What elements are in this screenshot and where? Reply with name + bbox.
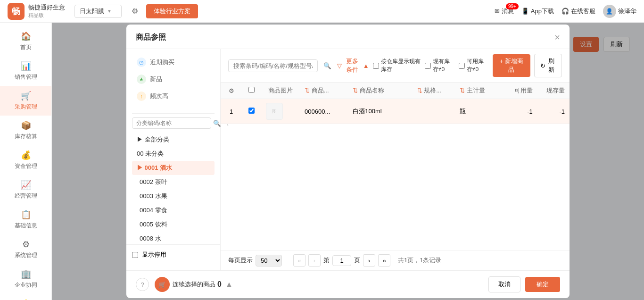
main-content: 查询 设置 刷新 商品参照 × ◷ <box>52 23 644 300</box>
page-navigation: « ‹ 第 页 › » <box>293 254 390 267</box>
help-button[interactable]: ? <box>136 278 149 291</box>
category-tea[interactable]: 0002 茶叶 <box>132 175 215 189</box>
frequent-icon: ↑ <box>137 92 146 101</box>
stock-nonzero-checkbox[interactable] <box>425 63 431 69</box>
avatar: 👤 <box>603 5 616 18</box>
category-liquor[interactable]: ▶ 0001 酒水 <box>132 161 215 175</box>
select-all-checkbox[interactable] <box>248 87 255 93</box>
purchase-icon: 🛒 <box>21 91 31 101</box>
refresh-button[interactable]: ↻ 刷新 <box>534 54 562 77</box>
product-toolbar: 🔍 ▽ 更多条件 ▲ 按仓库显示现有库存 <box>221 49 570 83</box>
show-disabled-label[interactable]: 显示停用 <box>142 250 166 259</box>
sidebar-item-purchase[interactable]: 🛒 采购管理 <box>0 86 51 116</box>
checkbox-warehouse[interactable]: 按仓库显示现有库存 <box>373 58 421 74</box>
modal-title: 商品参照 <box>136 33 166 42</box>
checkbox-stock-nonzero[interactable]: 现有库存≠0 <box>425 58 455 74</box>
row-checkbox[interactable] <box>248 108 255 114</box>
row-code: 000600... <box>300 99 348 124</box>
message-button[interactable]: ✉ 消息 99+ <box>495 7 514 16</box>
modal-left-panel: ◷ 近期购买 ★ 新品 ↑ 频次高 <box>126 49 221 270</box>
per-page-select[interactable]: 10 20 50 100 <box>256 255 282 267</box>
category-search-input[interactable] <box>132 117 211 129</box>
sidebar-item-sales[interactable]: 📊 销售管理 <box>0 56 51 86</box>
product-search-button[interactable]: 🔍 <box>322 60 333 71</box>
logo-text: 畅捷通好生意 精品版 <box>28 4 65 18</box>
sidebar-item-inventory[interactable]: 📦 库存核算 <box>0 116 51 145</box>
sort-icon-unit: ⇅ <box>460 87 465 94</box>
tab-frequent[interactable]: ↑ 频次高 <box>132 89 215 104</box>
last-page-button[interactable]: » <box>378 254 390 267</box>
col-header-check <box>242 83 261 99</box>
sidebar-item-guide[interactable]: 🌟 新手引导 <box>0 294 51 300</box>
app-download-button[interactable]: 📱 App下载 <box>521 7 554 16</box>
product-reference-modal: 商品参照 × ◷ 近期购买 ★ 新品 <box>126 25 570 298</box>
col-header-code[interactable]: ⇅ 商品... <box>300 83 348 99</box>
category-all[interactable]: ▶ 全部分类 <box>132 133 215 147</box>
first-page-button[interactable]: « <box>293 254 305 267</box>
trial-button[interactable]: 体验行业方案 <box>146 4 198 18</box>
inventory-icon: 📦 <box>21 120 31 131</box>
per-page-selector: 每页显示 10 20 50 100 <box>228 255 282 267</box>
sidebar-item-enterprise[interactable]: 🏢 企业协同 <box>0 264 51 294</box>
product-table-wrapper: ⚙ 商品图片 <box>221 83 570 250</box>
checkbox-available-nonzero[interactable]: 可用库存≠0 <box>459 58 489 74</box>
row-checkbox-cell <box>242 99 261 124</box>
tab-new-item[interactable]: ★ 新品 <box>132 72 215 87</box>
available-nonzero-checkbox[interactable] <box>459 63 465 69</box>
chevron-down-icon: ▼ <box>107 8 112 14</box>
col-header-stock: 现存量 <box>537 83 570 99</box>
next-page-button[interactable]: › <box>363 254 375 267</box>
product-search-input[interactable] <box>228 59 318 72</box>
store-selector[interactable]: 日太阳膜 ▼ <box>74 5 122 18</box>
modal-body: ◷ 近期购买 ★ 新品 ↑ 频次高 <box>126 49 570 270</box>
message-icon: ✉ <box>495 8 500 15</box>
col-header-unit[interactable]: ⇅ 主计量 <box>455 83 495 99</box>
top-nav: 畅 畅捷通好生意 精品版 日太阳膜 ▼ ⚙ 体验行业方案 ✉ 消息 99+ 📱 … <box>0 0 644 23</box>
category-unclassified[interactable]: 00 未分类 <box>132 147 215 161</box>
category-snacks[interactable]: 0004 零食 <box>132 203 215 217</box>
expand-icon[interactable]: ▲ <box>225 280 233 289</box>
main-layout: 🏠 首页 📊 销售管理 🛒 采购管理 📦 库存核算 💰 资金管理 📈 经营管理 … <box>0 23 644 300</box>
user-menu[interactable]: 👤 徐泽华 <box>603 5 636 18</box>
tab-recent-purchase[interactable]: ◷ 近期购买 <box>132 55 215 70</box>
chevron-up-icon: ▲ <box>363 62 369 69</box>
modal-header: 商品参照 × <box>126 25 570 49</box>
add-product-button[interactable]: + 新增商品 <box>493 54 530 77</box>
help-icon: ? <box>140 281 144 288</box>
category-fruit[interactable]: 0003 水果 <box>132 189 215 203</box>
service-button[interactable]: 🎧 在线客服 <box>561 7 595 16</box>
gear-icon[interactable]: ⚙ <box>229 87 234 94</box>
col-header-name[interactable]: ⇅ 商品名称 <box>348 83 412 99</box>
row-avail: -1 <box>495 99 537 124</box>
category-drinks[interactable]: 0005 饮料 <box>132 217 215 232</box>
show-disabled-checkbox[interactable] <box>132 252 138 258</box>
cart-button[interactable]: 🛒 <box>155 277 170 292</box>
prev-page-button[interactable]: ‹ <box>308 254 321 267</box>
sidebar-item-business[interactable]: 📈 经营管理 <box>0 175 51 205</box>
refresh-icon: ↻ <box>540 62 545 69</box>
sidebar-item-finance[interactable]: 💰 资金管理 <box>0 145 51 175</box>
table-header-row: ⚙ 商品图片 <box>221 83 570 99</box>
business-icon: 📈 <box>21 180 31 190</box>
sidebar-item-system[interactable]: ⚙ 系统管理 <box>0 234 51 264</box>
warehouse-checkbox[interactable] <box>373 63 379 69</box>
col-header-spec[interactable]: ⇅ 规格... <box>413 83 455 99</box>
sidebar-item-home[interactable]: 🏠 首页 <box>0 26 51 56</box>
table-row[interactable]: 1 图 <box>221 99 570 124</box>
filter-button[interactable]: ▽ 更多条件 ▲ <box>337 57 369 74</box>
settings-icon[interactable]: ⚙ <box>127 4 142 19</box>
modal-close-button[interactable]: × <box>554 32 560 43</box>
phone-icon: 📱 <box>521 8 529 15</box>
confirm-button[interactable]: 确定 <box>525 277 560 292</box>
cancel-button[interactable]: 取消 <box>488 276 520 292</box>
sidebar: 🏠 首页 📊 销售管理 🛒 采购管理 📦 库存核算 💰 资金管理 📈 经营管理 … <box>0 23 52 300</box>
modal-left-bottom: 显示停用 <box>126 244 220 265</box>
sort-icon-spec: ⇅ <box>417 87 422 94</box>
new-icon: ★ <box>137 75 146 84</box>
page-number-input[interactable] <box>332 255 351 266</box>
modal-right-panel: 🔍 ▽ 更多条件 ▲ 按仓库显示现有库存 <box>221 49 570 270</box>
col-header-img: 商品图片 <box>261 83 300 99</box>
sidebar-item-basic[interactable]: 📋 基础信息 <box>0 205 51 234</box>
category-water[interactable]: 0008 水 <box>132 232 215 244</box>
basic-icon: 📋 <box>21 209 31 220</box>
